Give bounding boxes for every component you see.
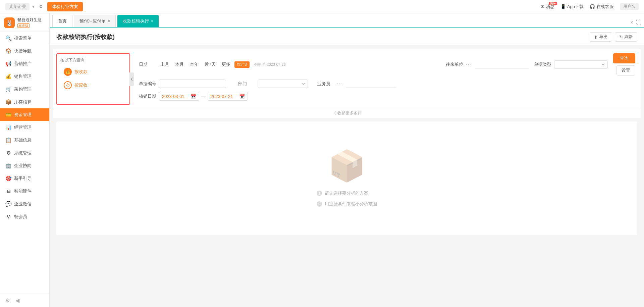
tab-close-all-icon[interactable]: × [630, 19, 633, 25]
member-icon: V [5, 214, 11, 219]
tab-prepay-close-icon[interactable]: × [108, 19, 110, 23]
doc-no-field: 单据编号 [139, 80, 233, 88]
query-button[interactable]: 查询 [613, 53, 635, 63]
staff-field: 业务员 ··· [317, 80, 396, 88]
page-header-actions: ⬆ 导出 ↻ 刷新 [590, 32, 637, 42]
brand-name: 某某企业 [5, 3, 30, 10]
filter-option-by-receipt[interactable]: 💰 按收款 [60, 66, 126, 78]
hint-text-2: 用过滤条件来缩小分析范围 [325, 200, 377, 208]
hint-num-2: 2 [317, 201, 322, 207]
filter-option-by-receivable[interactable]: ⏱ 按应收 [60, 79, 126, 91]
verify-date-from-input[interactable]: 2023-03-01 📅 [159, 92, 199, 101]
brand-dropdown-icon[interactable]: ▾ [32, 4, 35, 9]
tab-home[interactable]: 首页 [52, 15, 72, 27]
calendar-to-icon: 📅 [239, 94, 245, 99]
dept-label: 部门 [238, 81, 255, 87]
logo-badge: 标准版 [17, 23, 30, 28]
bottom-settings-icon[interactable]: ⚙ [5, 297, 10, 304]
date-options-group: 上月 本月 本年 近7天 更多 自定义 [158, 61, 250, 68]
message-button[interactable]: ✉ 消息 99+ [541, 4, 554, 10]
sidebar-item-search[interactable]: 🔍 搜索菜单 [0, 32, 49, 45]
dept-select[interactable] [258, 80, 308, 88]
top-bar: 某某企业 ▾ ⚙ 体验行业方案 ✉ 消息 99+ 📱 App下载 🎧 在线客服 … [0, 0, 644, 13]
tab-expand-icon[interactable]: ⛶ [636, 19, 641, 25]
doc-type-select[interactable] [554, 60, 608, 69]
sidebar-item-sales[interactable]: 💰 销售管理 [0, 70, 49, 83]
solution-button[interactable]: 体验行业方案 [47, 2, 83, 11]
filter-collapse-button[interactable]: ❮ [129, 72, 134, 86]
sidebar-label-member: 畅会员 [14, 214, 27, 220]
sidebar-item-enterprise[interactable]: 🏢 企业协同 [0, 159, 49, 172]
receivable-option-icon: ⏱ [64, 81, 72, 89]
sidebar-label-operations: 经营管理 [14, 124, 32, 131]
verify-date-to-value: 2023-07-21 [211, 94, 233, 99]
sidebar-label-guide: 新手引导 [14, 175, 32, 182]
sidebar-item-basic-info[interactable]: 📋 基础信息 [0, 134, 49, 147]
date-field: 日期 上月 本月 本年 近7天 更多 自定义 不限 至 2023-07-26 [139, 61, 440, 68]
staff-label: 业务员 [317, 81, 334, 87]
user-avatar[interactable]: 用户名 [620, 3, 639, 10]
export-button[interactable]: ⬆ 导出 [590, 32, 612, 42]
settings-icon[interactable]: ⚙ [37, 3, 45, 10]
refresh-button[interactable]: ↻ 刷新 [615, 32, 637, 42]
filter-left-title: 按以下方查询 [60, 57, 126, 63]
hardware-icon: 🖥 [5, 189, 11, 194]
counterpart-label: 往来单位 [446, 61, 463, 67]
empty-illustration: 📦 [328, 148, 366, 184]
sidebar-item-quick-nav[interactable]: 🏠 快捷导航 [0, 45, 49, 57]
sales-icon: 💰 [5, 73, 11, 80]
page-content: 收款核销执行(按收款) ⬆ 导出 ↻ 刷新 按以 [50, 28, 644, 307]
sidebar-label-hardware: 智能硬件 [14, 188, 32, 194]
filter-left-panel: 按以下方查询 💰 按收款 ⏱ 按应收 ❮ [56, 53, 130, 105]
sidebar-label-inventory: 库存核算 [14, 99, 32, 105]
staff-dots: ··· [337, 81, 343, 87]
sidebar-item-wechat[interactable]: 💬 企业微信 [0, 198, 49, 210]
collapse-more-button[interactable]: 《 收起更多条件 [332, 110, 362, 116]
sidebar-item-hardware[interactable]: 🖥 智能硬件 [0, 185, 49, 198]
sidebar-item-marketing[interactable]: 📢 营销推广 [0, 57, 49, 70]
sidebar-item-operations[interactable]: 📊 经营管理 [0, 121, 49, 134]
receivable-option-label: 按应收 [74, 82, 88, 88]
logo-text: 畅捷通好生意 [17, 17, 42, 23]
settings-button[interactable]: 设置 [616, 65, 635, 75]
counterpart-dots: ··· [466, 61, 472, 67]
staff-input[interactable] [346, 80, 396, 88]
date-btn-custom[interactable]: 自定义 [234, 61, 250, 68]
enterprise-icon: 🏢 [5, 163, 11, 169]
receipt-option-icon: 💰 [64, 68, 72, 76]
date-btn-this-year[interactable]: 本年 [188, 61, 201, 68]
tab-prepay-offset[interactable]: 预付冲应付单 × [74, 15, 116, 27]
service-label: 在线客服 [596, 4, 614, 10]
tab-receipt-close-icon[interactable]: × [151, 19, 153, 23]
date-btn-last-month[interactable]: 上月 [158, 61, 171, 68]
sidebar-item-member[interactable]: V 畅会员 [0, 210, 49, 223]
date-btn-last-7days[interactable]: 近7天 [203, 61, 218, 68]
counterpart-input[interactable] [475, 60, 529, 68]
dept-field: 部门 [238, 80, 312, 88]
sidebar-item-guide[interactable]: 🎯 新手引导 [0, 172, 49, 185]
bottom-collapse-icon[interactable]: ◀ [15, 297, 19, 304]
doc-type-field: 单据类型 [534, 60, 608, 69]
logo-text-block: 畅捷通好生意 标准版 [17, 17, 42, 28]
sidebar-item-system[interactable]: ⚙ 系统管理 [0, 147, 49, 159]
verify-date-to-input[interactable]: 2023-07-21 📅 [208, 92, 248, 101]
customer-service-button[interactable]: 🎧 在线客服 [590, 4, 614, 10]
sidebar-label-system: 系统管理 [14, 150, 32, 156]
date-no-limit: 不限 至 2023-07-26 [254, 62, 285, 67]
date-btn-more[interactable]: 更多 [220, 61, 232, 68]
doc-type-label: 单据类型 [534, 61, 551, 67]
tab-receipt-offset[interactable]: 收款核销执行 × [117, 15, 159, 27]
date-btn-this-month[interactable]: 本月 [173, 61, 186, 68]
tab-prepay-label: 预付冲应付单 [79, 18, 106, 24]
counterpart-field: 往来单位 ··· [446, 60, 529, 68]
app-download-button[interactable]: 📱 App下载 [560, 4, 584, 10]
sidebar-item-finance[interactable]: 💳 资金管理 [0, 108, 49, 121]
sidebar: 🐰 畅捷通好生意 标准版 🔍 搜索菜单 🏠 快捷导航 📢 营销推广 💰 销售管理… [0, 13, 50, 307]
sidebar-item-inventory[interactable]: 📦 库存核算 [0, 96, 49, 108]
doc-no-input[interactable] [159, 80, 226, 88]
inventory-icon: 📦 [5, 99, 11, 105]
message-badge: 99+ [549, 2, 557, 5]
sidebar-item-purchase[interactable]: 🛒 采购管理 [0, 83, 49, 96]
filter-row-1: 日期 上月 本月 本年 近7天 更多 自定义 不限 至 2023-07-26 [139, 53, 635, 75]
service-icon: 🎧 [590, 4, 595, 9]
